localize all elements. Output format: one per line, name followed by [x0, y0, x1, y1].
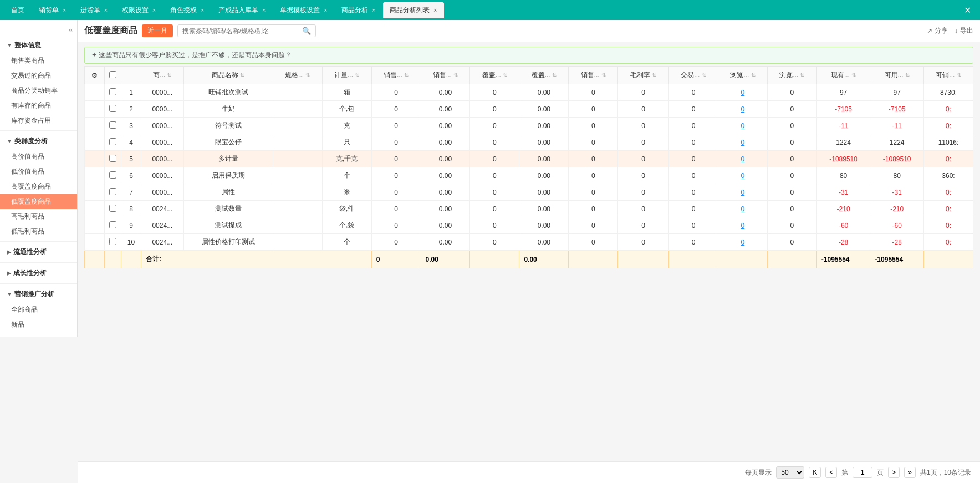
- col-header-cover2[interactable]: 覆盖... ⇅: [519, 67, 569, 84]
- row-checkbox[interactable]: [109, 121, 116, 129]
- browse1-link[interactable]: 0: [741, 122, 745, 130]
- sidebar-item-stocked-goods[interactable]: 有库存的商品: [0, 98, 77, 113]
- row-checkbox[interactable]: [109, 155, 116, 162]
- row-checkbox[interactable]: [109, 188, 116, 195]
- sidebar-item-high-margin[interactable]: 高毛利商品: [0, 209, 77, 224]
- col-header-sales2[interactable]: 销售... ⇅: [569, 67, 618, 84]
- col-header-sales-amt[interactable]: 销售... ⇅: [421, 67, 470, 84]
- cell-available: -1089510: [870, 151, 924, 167]
- sidebar-item-low-coverage[interactable]: 低覆盖度商品: [0, 194, 77, 209]
- select-all-checkbox[interactable]: [109, 71, 116, 78]
- sidebar-section-cluster[interactable]: ▼ 类群度分析: [0, 133, 77, 149]
- browse1-link[interactable]: 0: [741, 205, 745, 213]
- sidebar-item-low-value[interactable]: 低价值商品: [0, 164, 77, 179]
- next-page-button[interactable]: >: [888, 467, 900, 478]
- nav-close-sales[interactable]: ×: [63, 7, 66, 13]
- col-header-code[interactable]: 商... ⇅: [141, 67, 184, 84]
- row-checkbox[interactable]: [109, 105, 116, 112]
- sidebar-section-marketing[interactable]: ▼ 营销推广分析: [0, 286, 77, 302]
- total-label: 合计:: [141, 251, 372, 268]
- browse1-link[interactable]: 0: [741, 189, 745, 196]
- sidebar-item-stock-capital[interactable]: 库存资金占用: [0, 113, 77, 128]
- sidebar-section-liquidity[interactable]: ▶ 流通性分析: [0, 244, 77, 260]
- page-number-input[interactable]: [853, 467, 872, 478]
- nav-item-production[interactable]: 产成品入库单 ×: [212, 2, 272, 18]
- row-checkbox[interactable]: [109, 171, 116, 179]
- cell-browse2: 0: [767, 151, 816, 167]
- nav-close-template[interactable]: ×: [324, 7, 327, 13]
- col-header-browse2[interactable]: 浏览... ⇅: [767, 67, 816, 84]
- browse1-link[interactable]: 0: [741, 155, 745, 163]
- col-header-cover1[interactable]: 覆盖... ⇅: [470, 67, 519, 84]
- nav-close-product-analysis[interactable]: ×: [372, 7, 375, 13]
- sidebar-item-high-coverage[interactable]: 高覆盖度商品: [0, 179, 77, 194]
- sidebar-item-all-goods[interactable]: 全部商品: [0, 302, 77, 317]
- sidebar-item-new-goods[interactable]: 新品: [0, 317, 77, 332]
- time-filter-button[interactable]: 近一月: [142, 24, 173, 37]
- nav-item-product-analysis[interactable]: 商品分析 ×: [335, 2, 382, 18]
- browse1-link[interactable]: 0: [741, 105, 745, 113]
- nav-item-roles[interactable]: 角色授权 ×: [164, 2, 211, 18]
- col-header-spec[interactable]: 规格... ⇅: [273, 67, 322, 84]
- nav-item-home[interactable]: 首页: [4, 2, 31, 18]
- total-empty-2: [105, 251, 121, 268]
- sidebar-section-overall[interactable]: ▼ 整体信息: [0, 37, 77, 53]
- sidebar-collapse-btn[interactable]: «: [69, 26, 73, 34]
- browse1-link[interactable]: 0: [741, 238, 745, 246]
- browse1-link[interactable]: 0: [741, 172, 745, 180]
- page-size-select[interactable]: 10 20 50 100: [776, 466, 804, 479]
- cell-sales2: 0: [569, 234, 618, 251]
- nav-close-product-analysis-list[interactable]: ×: [433, 7, 437, 13]
- row-checkbox[interactable]: [109, 205, 116, 212]
- row-checkbox[interactable]: [109, 88, 116, 95]
- section-cluster-arrow: ▼: [7, 138, 12, 144]
- cell-browse1: 0: [718, 118, 767, 134]
- nav-close-production[interactable]: ×: [262, 7, 266, 13]
- nav-item-sales[interactable]: 销货单 ×: [32, 2, 73, 18]
- sidebar-item-low-margin[interactable]: 低毛利商品: [0, 224, 77, 239]
- col-header-unit[interactable]: 计量... ⇅: [322, 67, 371, 84]
- col-header-gross-rate[interactable]: 毛利率 ⇅: [618, 67, 669, 84]
- col-header-settings[interactable]: ⚙: [85, 67, 105, 84]
- row-checkbox[interactable]: [109, 138, 116, 145]
- nav-close-permissions[interactable]: ×: [152, 7, 156, 13]
- last-page-button[interactable]: »: [904, 467, 916, 478]
- cell-gross-rate: 0: [618, 101, 669, 118]
- cell-name: 测试数量: [183, 201, 273, 217]
- nav-item-product-analysis-list[interactable]: 商品分析列表 ×: [383, 2, 443, 18]
- nav-close-roles[interactable]: ×: [201, 7, 204, 13]
- cell-cover2: 0.00: [519, 84, 569, 101]
- col-header-browse1[interactable]: 浏览... ⇅: [718, 67, 767, 84]
- col-header-sales-qty[interactable]: 销售... ⇅: [371, 67, 421, 84]
- total-current: -1095554: [816, 251, 870, 268]
- col-header-trade[interactable]: 交易... ⇅: [669, 67, 718, 84]
- col-header-current[interactable]: 现有... ⇅: [816, 67, 870, 84]
- row-checkbox[interactable]: [109, 221, 116, 228]
- page-label: 第: [841, 468, 848, 477]
- col-header-name[interactable]: 商品名称 ⇅: [183, 67, 273, 84]
- sidebar-item-sales-goods[interactable]: 销售类商品: [0, 53, 77, 68]
- nav-item-permissions[interactable]: 权限设置 ×: [115, 2, 162, 18]
- nav-item-template[interactable]: 单据模板设置 ×: [273, 2, 334, 18]
- system-close-button[interactable]: ✕: [959, 3, 976, 18]
- browse1-link[interactable]: 0: [741, 222, 745, 230]
- sidebar-item-traded-goods[interactable]: 交易过的商品: [0, 68, 77, 83]
- col-header-sellable[interactable]: 可销... ⇅: [923, 67, 973, 84]
- table-container[interactable]: ⚙ 商... ⇅ 商品名称 ⇅ 规格... ⇅ 计量... ⇅ 销售... ⇅ …: [84, 66, 973, 461]
- col-header-checkbox[interactable]: [105, 67, 121, 84]
- sidebar-item-category-sales-rate[interactable]: 商品分类动销率: [0, 83, 77, 98]
- nav-item-purchase[interactable]: 进货单 ×: [74, 2, 114, 18]
- first-page-button[interactable]: K: [809, 467, 821, 478]
- col-header-available[interactable]: 可用... ⇅: [870, 67, 924, 84]
- sidebar-item-high-value[interactable]: 高价值商品: [0, 149, 77, 164]
- cell-code: 0024...: [141, 234, 184, 251]
- browse1-link[interactable]: 0: [741, 89, 745, 96]
- share-button[interactable]: ↗ 分享: [927, 26, 948, 35]
- export-button[interactable]: ↓ 导出: [955, 26, 973, 35]
- row-checkbox[interactable]: [109, 238, 116, 245]
- prev-page-button[interactable]: <: [825, 467, 837, 478]
- sidebar-section-growth[interactable]: ▶ 成长性分析: [0, 265, 77, 281]
- search-input[interactable]: [182, 27, 302, 35]
- browse1-link[interactable]: 0: [741, 139, 745, 146]
- nav-close-purchase[interactable]: ×: [104, 7, 108, 13]
